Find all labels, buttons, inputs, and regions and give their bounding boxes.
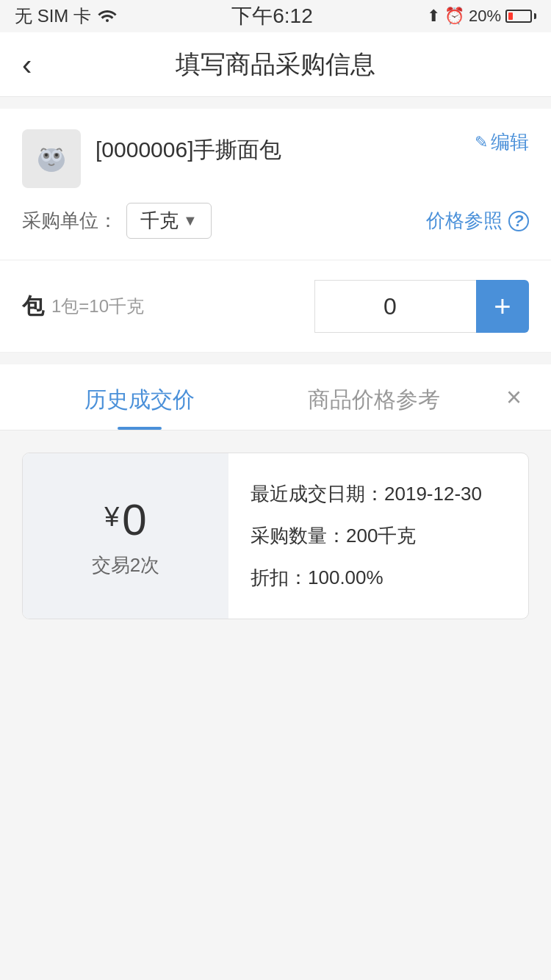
price-card-right: 最近成交日期：2019-12-30 采购数量：200千克 折扣：100.00% (228, 453, 528, 619)
alarm-icon: ⏰ (444, 7, 464, 26)
qty-plus-button[interactable]: + (476, 280, 529, 333)
empty-area (0, 641, 551, 980)
tab-underline (118, 427, 162, 430)
close-button[interactable]: × (499, 375, 529, 420)
location-icon: ⬆ (427, 7, 440, 26)
date-label: 最近成交日期： (251, 483, 384, 505)
discount: 折扣：100.00% (251, 563, 506, 592)
product-bottom: 采购单位： 千克 ▼ 价格参照 ? (22, 203, 529, 239)
last-trade-date: 最近成交日期：2019-12-30 (251, 480, 506, 508)
status-left: 无 SIM 卡 (15, 4, 118, 28)
discount-value: 100.00% (308, 566, 383, 588)
tabs-container: 历史成交价 商品价格参考 × (0, 364, 551, 430)
currency-symbol: ¥ (104, 502, 119, 533)
info-icon: ? (508, 211, 529, 231)
price-card: ¥ 0 交易2次 最近成交日期：2019-12-30 采购数量：200千克 折扣… (22, 453, 529, 619)
purchase-unit: 采购单位： 千克 ▼ (22, 203, 212, 239)
time-display: 下午6:12 (231, 2, 313, 30)
product-header: [0000006]手撕面包 ✎ 编辑 (22, 129, 529, 188)
quantity-row: 包 1包=10千克 + (0, 261, 551, 353)
nav-bar: ‹ 填写商品采购信息 (0, 32, 551, 97)
qty-control: + (314, 280, 529, 333)
qty-label: 包 1包=10千克 (22, 292, 144, 322)
wifi-icon (97, 6, 118, 26)
tab-product-price-ref[interactable]: 商品价格参考 (256, 364, 491, 430)
purchase-quantity: 采购数量：200千克 (251, 522, 506, 550)
edit-icon: ✎ (475, 133, 488, 152)
page-title: 填写商品采购信息 (176, 48, 375, 82)
svg-point-0 (38, 148, 65, 172)
carrier-text: 无 SIM 卡 (15, 4, 91, 28)
qty-unit: 包 (22, 292, 44, 322)
status-right: ⬆ ⏰ 20% (427, 7, 536, 26)
svg-point-5 (45, 154, 48, 156)
product-card: [0000006]手撕面包 ✎ 编辑 采购单位： 千克 ▼ 价格参照 ? (0, 109, 551, 259)
chevron-down-icon: ▼ (183, 212, 198, 229)
battery-percent: 20% (469, 7, 501, 26)
discount-label: 折扣： (251, 566, 308, 588)
back-button[interactable]: ‹ (22, 50, 32, 79)
product-logo (32, 140, 71, 178)
svg-point-6 (55, 154, 58, 156)
status-bar: 无 SIM 卡 下午6:12 ⬆ ⏰ 20% (0, 0, 551, 32)
unit-value: 千克 (140, 208, 179, 234)
price-amount: ¥ 0 (104, 494, 146, 545)
price-value: 0 (122, 494, 146, 545)
unit-select[interactable]: 千克 ▼ (126, 203, 212, 239)
product-thumbnail (22, 129, 81, 188)
price-card-left: ¥ 0 交易2次 (23, 453, 228, 619)
tab-history-price[interactable]: 历史成交价 (22, 364, 256, 430)
trade-count: 交易2次 (92, 552, 159, 578)
purchase-unit-label: 采购单位： (22, 208, 118, 234)
price-ref-button[interactable]: 价格参照 ? (426, 208, 529, 234)
product-name: [0000006]手撕面包 (96, 129, 281, 165)
qty-detail-label: 采购数量： (251, 525, 346, 547)
qty-detail-value: 200千克 (346, 525, 416, 547)
battery-icon (505, 10, 536, 23)
date-value: 2019-12-30 (384, 483, 482, 505)
price-ref-label: 价格参照 (426, 208, 503, 234)
qty-hint: 1包=10千克 (51, 295, 144, 318)
qty-input[interactable] (314, 280, 476, 333)
product-left: [0000006]手撕面包 (22, 129, 281, 188)
edit-button[interactable]: ✎ 编辑 (475, 129, 529, 155)
